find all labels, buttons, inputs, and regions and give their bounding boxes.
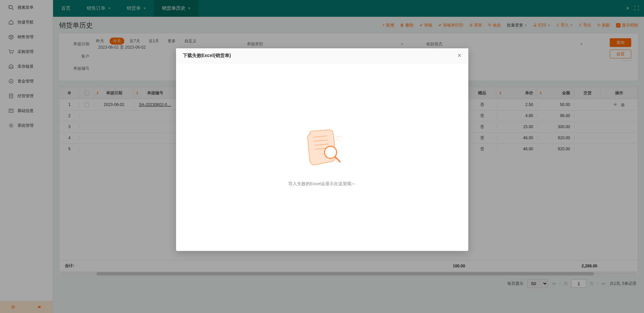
empty-illustration-icon: [297, 127, 347, 171]
svg-line-18: [335, 157, 340, 162]
modal-close-button[interactable]: ✕: [457, 52, 462, 59]
modal-empty-text: 导入失败的Excel会显示在这里哦～: [288, 181, 356, 187]
modal-title: 下载失败Excel(销货单): [183, 53, 457, 59]
modal-overlay[interactable]: 下载失败Excel(销货单) ✕ 导入失败的Excel会显示在这里哦～: [0, 0, 644, 313]
modal-body: 导入失败的Excel会显示在这里哦～: [176, 63, 468, 251]
download-failed-modal: 下载失败Excel(销货单) ✕ 导入失败的Excel会显示在这里哦～: [176, 48, 468, 251]
modal-header: 下载失败Excel(销货单) ✕: [176, 48, 468, 63]
